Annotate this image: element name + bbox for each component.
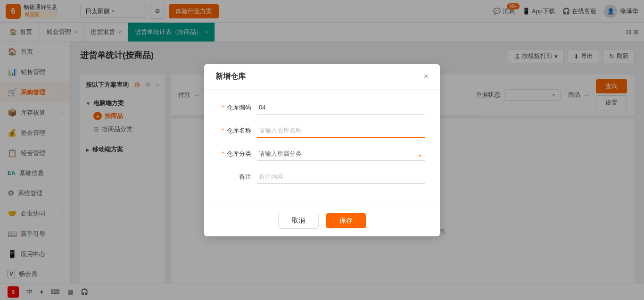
category-form-row: * 仓库分类 ⌄	[219, 147, 425, 161]
name-form-row: * 仓库名称	[219, 124, 425, 138]
note-form-row: 备注	[219, 170, 425, 184]
name-label: * 仓库名称	[219, 126, 257, 135]
modal-overlay: 新增仓库 × * 仓库编码 * 仓库名称	[0, 0, 644, 300]
modal-close-button[interactable]: ×	[423, 72, 429, 82]
name-input[interactable]	[257, 124, 425, 138]
cancel-button[interactable]: 取消	[278, 213, 319, 229]
modal-body: * 仓库编码 * 仓库名称 * 仓库分类	[204, 90, 440, 205]
code-label: * 仓库编码	[219, 103, 257, 112]
save-button[interactable]: 保存	[326, 213, 366, 228]
category-label: * 仓库分类	[219, 150, 257, 158]
modal-header: 新增仓库 ×	[204, 64, 440, 90]
code-input[interactable]	[257, 101, 425, 115]
modal-title: 新增仓库	[215, 72, 246, 82]
note-label: 备注	[219, 173, 257, 181]
add-warehouse-modal: 新增仓库 × * 仓库编码 * 仓库名称	[204, 64, 440, 236]
category-select-wrapper: ⌄	[257, 147, 425, 161]
note-input[interactable]	[257, 170, 425, 184]
category-select[interactable]	[257, 147, 425, 161]
code-form-row: * 仓库编码	[219, 101, 425, 115]
modal-footer: 取消 保存	[204, 205, 440, 236]
